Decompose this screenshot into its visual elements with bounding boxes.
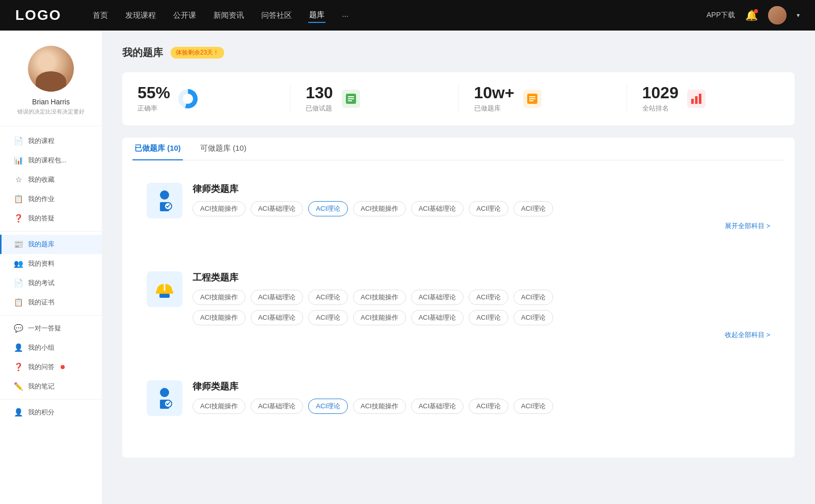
nav-more[interactable]: ··· [341, 9, 349, 22]
material-icon: 👥 [14, 259, 23, 268]
sidebar-item-exam[interactable]: 📄 我的考试 [0, 273, 102, 293]
sidebar-item-points[interactable]: 👤 我的积分 [0, 403, 102, 422]
stat-label-done: 已做试题 [306, 104, 333, 113]
sidebar-item-homework[interactable]: 📋 我的作业 [0, 189, 102, 209]
nav-open-course[interactable]: 公开课 [172, 9, 197, 22]
stat-done-questions: 130 已做试题 [290, 85, 458, 113]
topic-card-2: 工程类题库 ACI技能操作 ACI基础理论 ACI理论 ACI技能操作 ACI基… [132, 259, 784, 360]
tag-2-r2-4[interactable]: ACI基础理论 [411, 310, 464, 325]
svg-rect-11 [691, 99, 694, 104]
tab-todo-banks[interactable]: 可做题库 (10) [198, 137, 249, 160]
sidebar-divider-1 [0, 231, 102, 232]
sidebar-menu: 📄 我的课程 📊 我的课程包... ☆ 我的收藏 📋 我的作业 ❓ 我的答疑 � [0, 131, 102, 422]
stat-value-correctrate: 55% [138, 85, 170, 101]
profile-name: Brian Harris [32, 98, 70, 106]
svg-point-14 [160, 190, 169, 200]
sidebar-item-course-pack[interactable]: 📊 我的课程包... [0, 151, 102, 170]
lawyer-svg-1 [152, 188, 177, 213]
avatar-inner [28, 46, 74, 92]
sidebar-divider-2 [0, 315, 102, 316]
tag-2-r1-0[interactable]: ACI技能操作 [193, 290, 246, 305]
points-icon: 👤 [14, 408, 23, 417]
nav-news[interactable]: 新闻资讯 [212, 9, 245, 22]
homework-icon: 📋 [14, 194, 23, 204]
sidebar-item-qa[interactable]: ❓ 我的答疑 [0, 209, 102, 228]
navbar-right: APP下载 🔔 ▾ [707, 6, 800, 24]
tag-2-r1-2[interactable]: ACI理论 [308, 290, 348, 305]
sidebar-item-favorites[interactable]: ☆ 我的收藏 [0, 170, 102, 189]
tag-3-2[interactable]: ACI理论 [308, 399, 348, 414]
notification-dot [754, 9, 758, 13]
sidebar-item-bank[interactable]: 📰 我的题库 [0, 235, 102, 254]
navbar: LOGO 首页 发现课程 公开课 新闻资讯 问答社区 题库 ··· APP下载 … [0, 0, 815, 31]
tag-3-6[interactable]: ACI理论 [513, 399, 553, 414]
notes-orange-icon [522, 88, 543, 109]
sidebar-item-notes[interactable]: ✏️ 我的笔记 [0, 377, 102, 396]
topic-2-tags-row1: ACI技能操作 ACI基础理论 ACI理论 ACI技能操作 ACI基础理论 AC… [193, 290, 770, 305]
nav-home[interactable]: 首页 [92, 9, 109, 22]
topic-title-3: 律师类题库 [193, 380, 770, 393]
tag-3-3[interactable]: ACI技能操作 [353, 399, 406, 414]
myqa-dot [61, 365, 65, 369]
topic-2-tags-row2: ACI技能操作 ACI基础理论 ACI理论 ACI技能操作 ACI基础理论 AC… [193, 310, 770, 325]
chart-red-icon [686, 88, 707, 109]
svg-rect-18 [159, 294, 170, 298]
tag-1-4[interactable]: ACI基础理论 [411, 201, 464, 216]
tag-2-r1-1[interactable]: ACI基础理论 [251, 290, 304, 305]
stat-text-done: 130 已做试题 [306, 85, 333, 113]
trial-badge: 体验剩余23天！ [171, 47, 224, 59]
tag-1-6[interactable]: ACI理论 [513, 201, 553, 216]
sidebar-item-1on1[interactable]: 💬 一对一答疑 [0, 319, 102, 338]
tag-2-r1-6[interactable]: ACI理论 [513, 290, 553, 305]
profile-avatar[interactable] [28, 46, 74, 92]
nav-bank[interactable]: 题库 [308, 8, 325, 23]
user-avatar[interactable] [768, 6, 786, 24]
sidebar-item-group[interactable]: 👤 我的小组 [0, 338, 102, 357]
tab-done-banks[interactable]: 已做题库 (10) [132, 137, 183, 160]
topic-title-2: 工程类题库 [193, 271, 770, 284]
topic-icon-lawyer-1 [147, 183, 182, 218]
sidebar-item-material[interactable]: 👥 我的资料 [0, 254, 102, 273]
tabs-row: 已做题库 (10) 可做题库 (10) [132, 137, 784, 160]
sidebar-item-certificate[interactable]: 📋 我的证书 [0, 293, 102, 312]
user-menu-chevron[interactable]: ▾ [797, 12, 800, 19]
nav-discover[interactable]: 发现课程 [124, 9, 157, 22]
tag-2-r2-6[interactable]: ACI理论 [513, 310, 553, 325]
tag-2-r2-0[interactable]: ACI技能操作 [193, 310, 246, 325]
collapse-link-2[interactable]: 收起全部科目 > [193, 330, 770, 340]
tag-3-1[interactable]: ACI基础理论 [251, 399, 304, 414]
tag-1-5[interactable]: ACI理论 [469, 201, 508, 216]
course-icon: 📄 [14, 136, 23, 146]
tag-2-r1-3[interactable]: ACI技能操作 [353, 290, 406, 305]
tag-3-4[interactable]: ACI基础理论 [411, 399, 464, 414]
myqa-icon: ❓ [14, 362, 23, 372]
stat-text-rank: 1029 全站排名 [642, 85, 678, 113]
tag-1-0[interactable]: ACI技能操作 [193, 201, 246, 216]
tag-2-r2-2[interactable]: ACI理论 [308, 310, 348, 325]
tag-3-0[interactable]: ACI技能操作 [193, 399, 246, 414]
app-download[interactable]: APP下载 [707, 11, 735, 20]
tag-1-2[interactable]: ACI理论 [308, 201, 348, 216]
stat-label-correctrate: 正确率 [138, 104, 170, 113]
notification-bell[interactable]: 🔔 [745, 9, 758, 21]
bank-icon: 📰 [14, 240, 23, 249]
sidebar-item-myqa[interactable]: ❓ 我的问答 [0, 357, 102, 377]
tag-1-1[interactable]: ACI基础理论 [251, 201, 304, 216]
logo[interactable]: LOGO [15, 7, 61, 23]
topic-content-3: 律师类题库 ACI技能操作 ACI基础理论 ACI理论 ACI技能操作 ACI基… [193, 380, 770, 419]
tag-2-r2-3[interactable]: ACI技能操作 [353, 310, 406, 325]
main-content: 我的题库 体验剩余23天！ 55% 正确率 130 已做试题 [102, 31, 815, 504]
tag-3-5[interactable]: ACI理论 [469, 399, 508, 414]
tag-2-r2-1[interactable]: ACI基础理论 [251, 310, 304, 325]
nav-qa[interactable]: 问答社区 [260, 9, 293, 22]
sidebar-item-course[interactable]: 📄 我的课程 [0, 131, 102, 151]
expand-link-1[interactable]: 展开全部科目 > [193, 221, 770, 231]
stat-text-correctrate: 55% 正确率 [138, 85, 170, 113]
tag-2-r1-5[interactable]: ACI理论 [469, 290, 508, 305]
tag-2-r2-5[interactable]: ACI理论 [469, 310, 508, 325]
topic-card-1-header: 律师类题库 ACI技能操作 ACI基础理论 ACI理论 ACI技能操作 ACI基… [147, 183, 770, 231]
topic-card-1: 律师类题库 ACI技能操作 ACI基础理论 ACI理论 ACI技能操作 ACI基… [132, 171, 784, 251]
tag-2-r1-4[interactable]: ACI基础理论 [411, 290, 464, 305]
tag-1-3[interactable]: ACI技能操作 [353, 201, 406, 216]
pie-icon-shape [178, 89, 198, 108]
